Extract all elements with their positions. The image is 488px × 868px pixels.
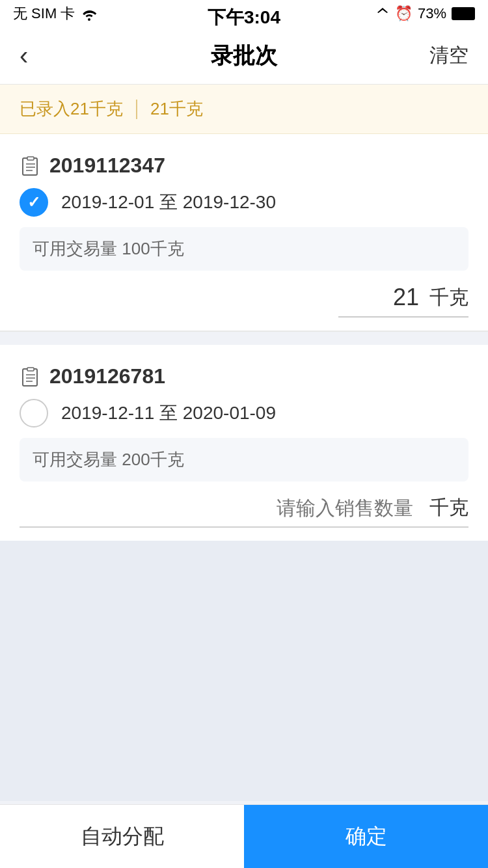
nav-bar: ‹ 录批次 清空 [0,27,488,85]
batch1-date: 2019-12-01 至 2019-12-30 [61,190,276,215]
batch2-date: 2019-12-11 至 2020-01-09 [61,401,276,426]
banner-divider [136,100,137,119]
info-banner: 已录入21千克 21千克 [0,85,488,134]
batch-card-1: 2019112347 2019-12-01 至 2019-12-30 可用交易量… [0,134,488,271]
batch1-header: 2019112347 [20,154,468,178]
status-right: ⏰ 73% [375,5,475,22]
batch1-radio[interactable] [20,188,48,217]
auto-distribute-button[interactable]: 自动分配 [0,805,244,868]
batch2-id: 2019126781 [49,364,165,388]
batch1-available: 可用交易量 100千克 [20,227,468,271]
sale-quantity-input[interactable] [20,497,423,519]
batch1-quantity-value: 21 [393,284,419,311]
batch2-available: 可用交易量 200千克 [20,438,468,481]
svg-rect-5 [23,369,37,386]
recorded-amount: 已录入21千克 [20,98,123,120]
batch2-unit: 千克 [429,495,468,521]
quantity-underline [338,316,468,318]
no-sim-text: 无 SIM 卡 [13,4,75,23]
svg-rect-1 [27,157,34,160]
confirm-button[interactable]: 确定 [244,805,488,868]
location-icon [375,7,390,21]
svg-rect-0 [23,158,37,175]
status-bar: 无 SIM 卡 下午3:04 ⏰ 73% [0,0,488,27]
section-divider [0,332,488,345]
empty-area [0,541,488,801]
batch2-id-icon [20,365,43,388]
batch1-id-icon [20,154,43,178]
batch1-id: 2019112347 [49,154,165,178]
input-underline: 千克 [20,495,468,528]
batch2-date-row[interactable]: 2019-12-11 至 2020-01-09 [20,399,468,427]
wifi-icon [80,7,98,21]
batch2-input-row: 千克 [0,481,488,541]
battery-text: 73% [418,5,446,22]
batch1-quantity-unit: 千克 [429,284,468,311]
batch-card-2: 2019126781 2019-12-11 至 2020-01-09 可用交易量… [0,345,488,481]
svg-rect-6 [27,368,34,371]
back-button[interactable]: ‹ [20,41,59,70]
status-time: 下午3:04 [208,5,280,30]
batch1-date-row[interactable]: 2019-12-01 至 2019-12-30 [20,188,468,217]
batch1-quantity-row: 21 千克 [0,271,488,332]
clear-button[interactable]: 清空 [429,42,468,69]
page-title: 录批次 [211,41,277,71]
battery-icon [452,7,475,20]
batch2-radio[interactable] [20,399,48,427]
status-left: 无 SIM 卡 [13,4,98,23]
bottom-bar: 自动分配 确定 [0,804,488,868]
alarm-icon: ⏰ [395,5,413,22]
batch2-header: 2019126781 [20,364,468,388]
total-amount: 21千克 [150,98,203,120]
